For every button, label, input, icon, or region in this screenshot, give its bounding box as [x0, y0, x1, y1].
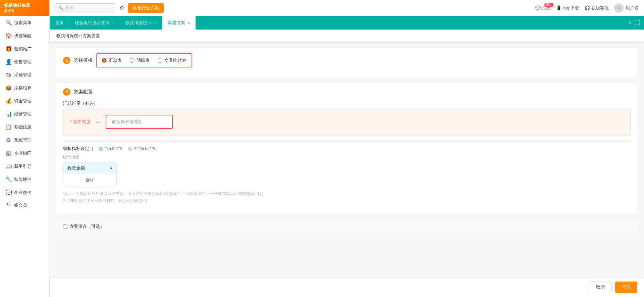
- dimension-vertical-label: * 纵向维度: [70, 119, 91, 125]
- sidebar-item-purchase[interactable]: 🛍 采购管理: [0, 68, 49, 81]
- tip-line-2: 2.点击标题栏下拉可设置排序、插入列和删除列: [63, 198, 631, 204]
- step1-card: 1 选择模板 汇总表 明细表: [56, 48, 637, 78]
- sidebar-item-guide[interactable]: 📖 新手引导: [0, 160, 49, 173]
- template-options: 汇总表 明细表 交叉统计表: [96, 53, 192, 67]
- radio-detail-input[interactable]: [130, 58, 135, 63]
- save-label: 方案保存（可选）: [69, 224, 104, 230]
- step1-number: 1: [63, 57, 70, 64]
- chat-icon: 💬: [5, 189, 11, 196]
- download-label: App下载: [563, 5, 579, 11]
- download-icon: 📱: [556, 5, 561, 10]
- page-title-bar: 收款情况统计方案设置: [50, 30, 644, 43]
- bottom-action-bar: 取消 查询: [50, 277, 644, 297]
- save-checkbox-area[interactable]: 方案保存（可选）: [63, 224, 104, 230]
- message-badge: 99+: [544, 3, 553, 7]
- user-avatar-area[interactable]: U 用户名: [614, 3, 639, 13]
- cancel-button[interactable]: 取消: [589, 282, 612, 293]
- sidebar-item-system[interactable]: ⚙ 系统管理: [0, 134, 49, 147]
- sidebar-item-search[interactable]: 🔍 搜索菜单: [0, 16, 49, 29]
- sidebar-item-sales[interactable]: 👤 销售管理: [0, 55, 49, 68]
- metrics-column-header[interactable]: 收款金额 ▾: [63, 162, 116, 174]
- footer-save-bar: 方案保存（可选）: [56, 220, 637, 233]
- dropdown-icon[interactable]: ▾: [110, 166, 112, 171]
- save-checkbox[interactable]: [63, 225, 67, 229]
- gear-icon: ⚙: [5, 137, 11, 143]
- sidebar-item-weixin[interactable]: 💬 企业微信: [0, 186, 49, 199]
- sidebar-item-label: 企业协同: [14, 150, 32, 156]
- dimension-row: * 纵向维度 — 请选择分组维度: [70, 115, 624, 129]
- sidebar-item-basic-info[interactable]: 📋 基础信息: [0, 120, 49, 134]
- money-icon: 💰: [5, 98, 11, 104]
- sidebar-item-label: 基础信息: [14, 124, 32, 130]
- query-button[interactable]: 查询: [615, 282, 637, 293]
- sidebar-item-label: 营销推广: [14, 46, 32, 52]
- top-header: 🔍 搜索 ⚙ 体验行业方案 💬 99+ 消息 📱 App下载 🎧 在线客服 U …: [50, 0, 644, 16]
- tab-collection-stats-close[interactable]: ×: [154, 21, 156, 25]
- tab-home-label: 首页: [55, 20, 64, 26]
- sidebar-item-enterprise[interactable]: 🏢 企业协同: [0, 147, 49, 160]
- tab-bar: 首页 现金银行流水查询 × 收款情况统计 × 新建方案 × × ⛶: [50, 16, 644, 30]
- list-icon: 📋: [5, 124, 11, 130]
- dimension-arrow: —: [96, 119, 100, 125]
- metrics-table-wrapper: 统计指标 收款金额 ▾ 合计: [63, 154, 631, 187]
- draggable-color-box: [99, 147, 103, 151]
- sidebar-item-hardware[interactable]: 🔧 智能硬件: [0, 173, 49, 186]
- sidebar-item-management[interactable]: 📊 经营管理: [0, 107, 49, 120]
- radio-summary-label: 汇总表: [109, 57, 122, 63]
- message-action[interactable]: 💬 99+ 消息: [535, 5, 551, 11]
- radio-cross-input[interactable]: [158, 58, 162, 63]
- radio-cross[interactable]: 交叉统计表: [158, 57, 186, 63]
- sidebar-item-inventory[interactable]: 📦 库存核算: [0, 81, 49, 94]
- divider: [63, 141, 631, 142]
- sidebar-item-quick-nav[interactable]: 🏠 快捷导航: [0, 29, 49, 42]
- statistics-title: 统计指标: [63, 154, 631, 160]
- tab-home[interactable]: 首页: [50, 16, 69, 30]
- settings-icon[interactable]: ⚙: [119, 5, 124, 11]
- user-icon: 👤: [5, 59, 11, 65]
- column-header-label: 收款金额: [67, 165, 85, 171]
- metrics-label-row: 模板指标设定（ 可拖动位置 不可拖动位置）: [63, 146, 631, 152]
- trial-button[interactable]: 体验行业方案: [128, 3, 164, 13]
- tab-new-plan[interactable]: 新建方案 ×: [162, 16, 196, 30]
- global-search[interactable]: 🔍 搜索: [55, 3, 115, 12]
- metrics-setting-prefix: 模板指标设定（: [63, 146, 94, 152]
- tab-cash-flow[interactable]: 现金银行流水查询 ×: [69, 16, 120, 30]
- bag-icon: 🛍: [5, 72, 11, 78]
- content-area: 收款情况统计方案设置 1 选择模板 汇总表 明细表: [50, 30, 644, 297]
- tab-close-all-icon[interactable]: ×: [628, 20, 631, 26]
- sidebar-item-label: 采购管理: [14, 72, 32, 78]
- radio-summary[interactable]: 汇总表: [102, 57, 122, 63]
- tab-cash-flow-label: 现金银行流水查询: [75, 20, 110, 26]
- radio-summary-input[interactable]: [102, 58, 107, 63]
- sidebar-item-label: 销售管理: [14, 59, 32, 65]
- tab-new-plan-label: 新建方案: [168, 20, 185, 26]
- avatar: U: [614, 3, 624, 13]
- sidebar-item-marketing[interactable]: 🎁 营销推广: [0, 42, 49, 55]
- sidebar-item-finance[interactable]: 💰 资金管理: [0, 94, 49, 107]
- radio-cross-label: 交叉统计表: [164, 57, 186, 63]
- sidebar-item-member[interactable]: 🎖 畅会员: [0, 199, 49, 212]
- username-label: 用户名: [626, 5, 639, 11]
- sidebar-item-label: 新手引导: [14, 163, 32, 169]
- message-icon: 💬: [535, 5, 541, 10]
- tips-area: 提示： 1.拖动标题栏可以调整布局，不可跨维度或指标区域拖动栏目字段(只能在同一…: [63, 191, 631, 204]
- tab-collection-stats[interactable]: 收款情况统计 ×: [120, 16, 162, 30]
- draggable-badge: 可拖动位置: [99, 146, 123, 151]
- sidebar-item-label: 畅会员: [14, 202, 27, 208]
- tab-expand-icon[interactable]: ⛶: [635, 20, 640, 26]
- dimension-select[interactable]: 请选择分组维度: [106, 115, 173, 129]
- dimension-title: 汇总维度（必选）: [63, 100, 631, 106]
- draggable-label: 可拖动位置: [104, 146, 123, 151]
- tab-new-plan-close[interactable]: ×: [188, 21, 190, 25]
- tab-cash-flow-close[interactable]: ×: [112, 21, 114, 25]
- sidebar-item-label: 智能硬件: [14, 177, 32, 183]
- step2-number: 2: [63, 88, 70, 96]
- download-action[interactable]: 📱 App下载: [556, 5, 579, 11]
- sidebar-item-label: 系统管理: [14, 137, 32, 143]
- dimension-area: * 纵向维度 — 请选择分组维度: [63, 109, 631, 136]
- tip-text-2: 2.点击标题栏下拉可设置排序、插入列和删除列: [63, 198, 147, 204]
- service-action[interactable]: 🎧 在线客服: [585, 5, 609, 11]
- step2-header: 2 方案配置: [63, 88, 631, 96]
- search-menu-icon: 🔍: [5, 19, 11, 26]
- radio-detail[interactable]: 明细表: [130, 57, 150, 63]
